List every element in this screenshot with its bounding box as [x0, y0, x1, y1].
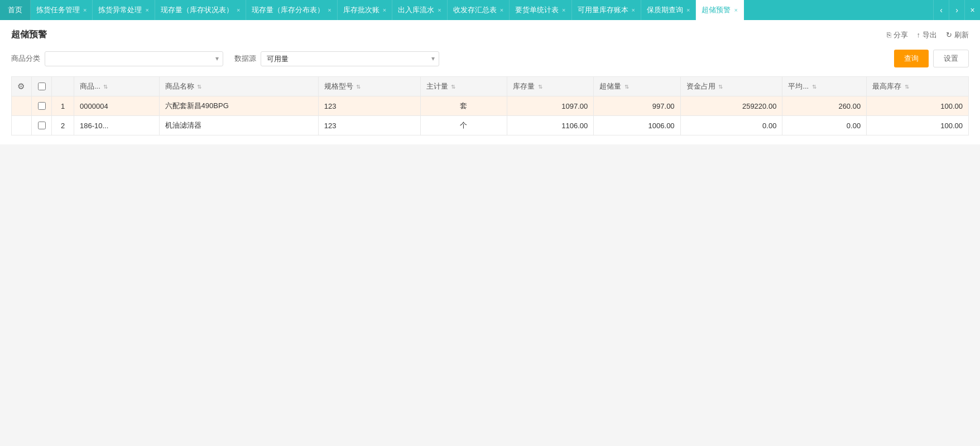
table-row: 1 0000004 六配套新昌490BPG 123 套 1097.00 997.… — [12, 96, 969, 116]
nav-item[interactable]: 拣货异常处理× — [93, 0, 155, 20]
data-table: ⚙ 商品... ⇅ 商品名称 ⇅ 规格型号 ⇅ — [11, 76, 969, 135]
row-gear-cell — [12, 116, 32, 135]
nav-close-button[interactable]: × — [964, 0, 980, 20]
category-select-wrapper: ▾ — [45, 51, 223, 66]
nav-item[interactable]: 收发存汇总表× — [448, 0, 510, 20]
datasource-select-wrapper: 可用量 ▾ — [261, 51, 439, 66]
nav-next-button[interactable]: › — [949, 0, 964, 20]
column-max-stock-label: 最高库存 — [872, 82, 901, 90]
query-button[interactable]: 查询 — [894, 50, 929, 67]
datasource-select[interactable]: 可用量 — [261, 51, 439, 66]
nav-item[interactable]: 现存量（库存分布表）× — [246, 0, 337, 20]
nav-item[interactable]: 出入库流水× — [392, 0, 447, 20]
column-unit-label: 主计量 — [426, 82, 448, 90]
column-header-capital: 资金占用 ⇅ — [680, 77, 782, 96]
category-filter-label: 商品分类 — [11, 54, 40, 64]
share-label: 分享 — [893, 30, 908, 40]
share-icon: ⎘ — [887, 31, 891, 39]
column-over-label: 超储量 — [599, 82, 621, 90]
nav-item[interactable]: 库存批次账× — [338, 0, 392, 20]
export-label: 导出 — [923, 30, 937, 40]
nav-item-close-icon[interactable]: × — [237, 7, 240, 13]
table-header: ⚙ 商品... ⇅ 商品名称 ⇅ 规格型号 ⇅ — [12, 77, 969, 96]
column-header-max-stock: 最高库存 ⇅ — [867, 77, 969, 96]
column-header-code: 商品... ⇅ — [74, 77, 160, 96]
page-title: 超储预警 — [11, 29, 47, 41]
nav-item-label: 要货单统计表 — [515, 5, 559, 15]
column-header-unit: 主计量 ⇅ — [420, 77, 507, 96]
page-content: 超储预警 ⎘ 分享 ↑ 导出 ↻ 刷新 商品分类 ▾ — [0, 20, 980, 144]
nav-item-close-icon[interactable]: × — [632, 7, 635, 13]
nav-item[interactable]: 保质期查询× — [641, 0, 696, 20]
row-stock-cell: 1106.00 — [507, 116, 593, 135]
row-check-cell — [32, 96, 52, 116]
nav-item-close-icon[interactable]: × — [438, 7, 441, 13]
nav-item-label: 保质期查询 — [647, 5, 683, 15]
nav-item-close-icon[interactable]: × — [562, 7, 565, 13]
nav-item[interactable]: 拣货任务管理× — [31, 0, 93, 20]
nav-item-label: 库存批次账 — [343, 5, 379, 15]
nav-item-label: 超储预警 — [702, 5, 731, 15]
sort-unit-icon[interactable]: ⇅ — [451, 84, 455, 90]
row-name-cell: 机油滤清器 — [159, 116, 318, 135]
row-unit-cell: 套 — [420, 96, 507, 116]
refresh-button[interactable]: ↻ 刷新 — [946, 30, 969, 40]
row-index-cell: 2 — [52, 116, 74, 135]
sort-max-stock-icon[interactable]: ⇅ — [905, 84, 909, 90]
sort-spec-icon[interactable]: ⇅ — [356, 84, 361, 90]
sort-over-icon[interactable]: ⇅ — [624, 84, 629, 90]
nav-item[interactable]: 要货单统计表× — [510, 0, 571, 20]
row-name-cell: 六配套新昌490BPG — [159, 96, 318, 116]
refresh-icon: ↻ — [946, 31, 952, 39]
datasource-filter-label: 数据源 — [234, 54, 256, 64]
filter-actions: 查询 设置 — [894, 50, 969, 67]
column-header-stock: 库存量 ⇅ — [507, 77, 593, 96]
row-index-cell: 1 — [52, 96, 74, 116]
sort-capital-icon[interactable]: ⇅ — [718, 84, 723, 90]
nav-item-close-icon[interactable]: × — [500, 7, 503, 13]
table-body: 1 0000004 六配套新昌490BPG 123 套 1097.00 997.… — [12, 96, 969, 135]
row-checkbox[interactable] — [38, 122, 46, 129]
sort-name-icon[interactable]: ⇅ — [197, 84, 201, 90]
sort-avg-icon[interactable]: ⇅ — [812, 84, 816, 90]
gear-icon[interactable]: ⚙ — [17, 81, 25, 91]
datasource-filter-group: 数据源 可用量 ▾ — [234, 51, 439, 66]
export-icon: ↑ — [917, 31, 921, 39]
nav-item[interactable]: 超储预警× — [696, 0, 743, 20]
nav-item-label: 收发存汇总表 — [453, 5, 497, 15]
nav-prev-button[interactable]: ‹ — [933, 0, 949, 20]
row-checkbox[interactable] — [38, 102, 46, 110]
nav-item[interactable]: 可用量库存账本× — [572, 0, 641, 20]
nav-item[interactable]: 现存量（库存状况表）× — [155, 0, 246, 20]
nav-item-close-icon[interactable]: × — [686, 7, 690, 13]
home-label: 首页 — [8, 5, 22, 15]
nav-item-close-icon[interactable]: × — [145, 7, 148, 13]
nav-item-label: 现存量（库存状况表） — [161, 5, 233, 15]
settings-button[interactable]: 设置 — [933, 50, 969, 67]
column-capital-label: 资金占用 — [686, 82, 715, 90]
filter-row: 商品分类 ▾ 数据源 可用量 ▾ 查询 设置 — [11, 50, 969, 67]
sort-code-icon[interactable]: ⇅ — [103, 84, 108, 90]
nav-item-close-icon[interactable]: × — [734, 7, 737, 13]
column-header-avg: 平均... ⇅ — [782, 77, 867, 96]
row-max-stock-cell: 100.00 — [867, 116, 969, 135]
column-spec-label: 规格型号 — [324, 82, 353, 90]
category-select[interactable] — [45, 51, 223, 66]
row-code-cell: 0000004 — [74, 96, 160, 116]
share-button[interactable]: ⎘ 分享 — [887, 30, 908, 40]
nav-item-close-icon[interactable]: × — [83, 7, 87, 13]
column-header-check — [32, 77, 52, 96]
sort-stock-icon[interactable]: ⇅ — [538, 84, 542, 90]
row-unit-cell: 个 — [420, 116, 507, 135]
top-navigation: 首页 拣货任务管理×拣货异常处理×现存量（库存状况表）×现存量（库存分布表）×库… — [0, 0, 980, 20]
export-button[interactable]: ↑ 导出 — [917, 30, 938, 40]
nav-arrows: ‹ › × — [933, 0, 980, 20]
nav-item-close-icon[interactable]: × — [383, 7, 386, 13]
column-stock-label: 库存量 — [513, 82, 535, 90]
header-actions: ⎘ 分享 ↑ 导出 ↻ 刷新 — [887, 30, 969, 40]
home-nav-item[interactable]: 首页 — [0, 0, 31, 20]
nav-item-close-icon[interactable]: × — [328, 7, 331, 13]
select-all-checkbox[interactable] — [38, 83, 46, 90]
row-spec-cell: 123 — [318, 116, 420, 135]
row-code-cell: 186-10... — [74, 116, 160, 135]
